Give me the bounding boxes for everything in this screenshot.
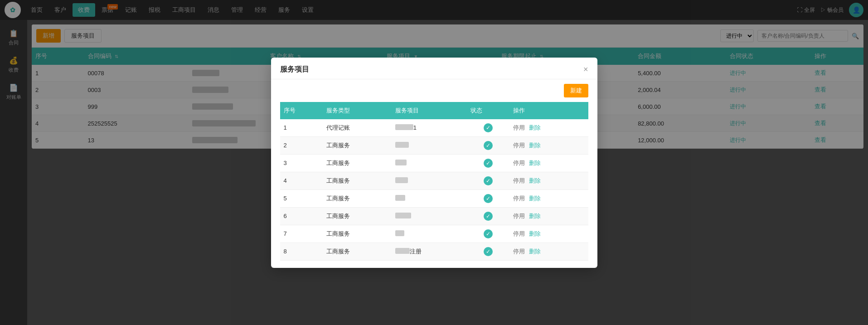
service-cell-item — [392, 172, 467, 189]
status-check-icon: ✓ — [484, 141, 493, 150]
service-cell-seq: 8 — [280, 243, 323, 260]
service-table: 序号 服务类型 服务项目 状态 操作 1 代理记账 1 ✓ 停用 删除 — [280, 102, 588, 261]
stop-button[interactable]: 停用 — [513, 213, 525, 219]
status-check-icon: ✓ — [484, 176, 493, 185]
stop-button[interactable]: 停用 — [513, 124, 525, 131]
service-table-row: 3 工商服务 ✓ 停用 删除 — [280, 154, 588, 172]
main-content: 新增 服务项目 进行中 已完成 全部 🔍 序号 — [27, 20, 868, 325]
stop-button[interactable]: 停用 — [513, 248, 525, 255]
service-cell-status: ✓ — [467, 154, 509, 172]
modal-overlay[interactable]: 服务项目 × 新建 序号 服务类型 服务项目 状态 — [27, 20, 868, 325]
service-cell-action: 停用 删除 — [509, 119, 588, 137]
status-check-icon: ✓ — [484, 123, 493, 132]
service-cell-status: ✓ — [467, 136, 509, 154]
modal-close-button[interactable]: × — [583, 65, 588, 74]
service-cell-action: 停用 删除 — [509, 136, 588, 154]
service-cell-type: 工商服务 — [323, 189, 392, 207]
service-cell-seq: 2 — [280, 136, 323, 154]
modal-col-type: 服务类型 — [323, 102, 392, 119]
modal-col-action: 操作 — [509, 102, 588, 119]
service-cell-seq: 4 — [280, 172, 323, 189]
service-cell-status: ✓ — [467, 119, 509, 137]
delete-button[interactable]: 删除 — [529, 142, 541, 149]
stop-button[interactable]: 停用 — [513, 230, 525, 237]
status-check-icon: ✓ — [484, 212, 493, 221]
service-cell-status: ✓ — [467, 225, 509, 243]
service-cell-type: 工商服务 — [323, 136, 392, 154]
service-cell-action: 停用 删除 — [509, 243, 588, 260]
service-cell-status: ✓ — [467, 243, 509, 260]
modal-body: 序号 服务类型 服务项目 状态 操作 1 代理记账 1 ✓ 停用 删除 — [271, 102, 597, 268]
delete-button[interactable]: 删除 — [529, 213, 541, 219]
service-table-row: 6 工商服务 ✓ 停用 删除 — [280, 207, 588, 225]
status-check-icon: ✓ — [484, 194, 493, 203]
service-table-row: 7 工商服务 ✓ 停用 删除 — [280, 225, 588, 243]
service-table-row: 1 代理记账 1 ✓ 停用 删除 — [280, 119, 588, 137]
delete-button[interactable]: 删除 — [529, 160, 541, 166]
service-cell-status: ✓ — [467, 172, 509, 189]
service-modal: 服务项目 × 新建 序号 服务类型 服务项目 状态 — [271, 58, 597, 268]
service-cell-item — [392, 225, 467, 243]
service-table-row: 4 工商服务 ✓ 停用 删除 — [280, 172, 588, 189]
modal-new-button[interactable]: 新建 — [564, 84, 588, 97]
service-cell-item — [392, 189, 467, 207]
service-cell-status: ✓ — [467, 189, 509, 207]
modal-toolbar: 新建 — [271, 79, 597, 102]
service-cell-action: 停用 删除 — [509, 189, 588, 207]
status-check-icon: ✓ — [484, 247, 493, 256]
service-cell-action: 停用 删除 — [509, 172, 588, 189]
main-layout: 📋 合同 💰 收费 📄 对账单 新增 服务项目 进行中 已完成 全部 — [0, 20, 868, 325]
service-cell-status: ✓ — [467, 207, 509, 225]
delete-button[interactable]: 删除 — [529, 195, 541, 202]
service-cell-item: 1 — [392, 119, 467, 137]
service-cell-seq: 7 — [280, 225, 323, 243]
service-table-row: 5 工商服务 ✓ 停用 删除 — [280, 189, 588, 207]
delete-button[interactable]: 删除 — [529, 230, 541, 237]
service-cell-seq: 6 — [280, 207, 323, 225]
status-check-icon: ✓ — [484, 159, 493, 168]
modal-col-status: 状态 — [467, 102, 509, 119]
delete-button[interactable]: 删除 — [529, 177, 541, 184]
service-cell-type: 工商服务 — [323, 225, 392, 243]
delete-button[interactable]: 删除 — [529, 248, 541, 255]
stop-button[interactable]: 停用 — [513, 142, 525, 149]
service-cell-item — [392, 136, 467, 154]
service-cell-seq: 3 — [280, 154, 323, 172]
stop-button[interactable]: 停用 — [513, 195, 525, 202]
service-cell-item: 注册 — [392, 243, 467, 260]
service-cell-seq: 5 — [280, 189, 323, 207]
service-cell-type: 工商服务 — [323, 207, 392, 225]
service-cell-seq: 1 — [280, 119, 323, 137]
service-cell-action: 停用 删除 — [509, 207, 588, 225]
service-cell-type: 工商服务 — [323, 172, 392, 189]
stop-button[interactable]: 停用 — [513, 177, 525, 184]
delete-button[interactable]: 删除 — [529, 124, 541, 131]
service-cell-action: 停用 删除 — [509, 154, 588, 172]
service-cell-type: 代理记账 — [323, 119, 392, 137]
service-cell-type: 工商服务 — [323, 243, 392, 260]
service-table-row: 8 工商服务 注册 ✓ 停用 删除 — [280, 243, 588, 260]
modal-header: 服务项目 × — [271, 58, 597, 79]
modal-col-item: 服务项目 — [392, 102, 467, 119]
modal-title: 服务项目 — [280, 65, 309, 74]
stop-button[interactable]: 停用 — [513, 160, 525, 166]
service-table-row: 2 工商服务 ✓ 停用 删除 — [280, 136, 588, 154]
service-cell-type: 工商服务 — [323, 154, 392, 172]
modal-col-seq: 序号 — [280, 102, 323, 119]
service-cell-item — [392, 154, 467, 172]
service-cell-item — [392, 207, 467, 225]
service-cell-action: 停用 删除 — [509, 225, 588, 243]
status-check-icon: ✓ — [484, 229, 493, 238]
